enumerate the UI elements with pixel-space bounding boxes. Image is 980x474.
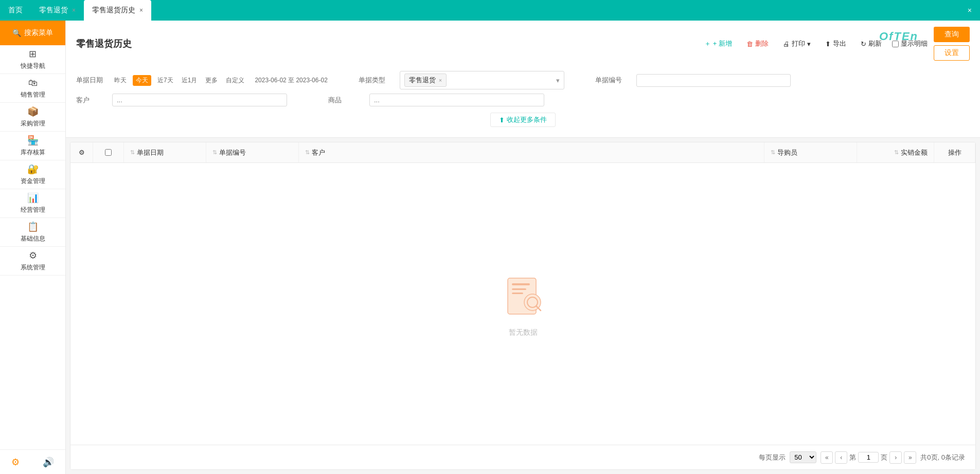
tab-retail-return-close[interactable]: ×	[72, 7, 76, 14]
date-yesterday[interactable]: 昨天	[112, 75, 129, 86]
sidebar: 🔍 搜索菜单 ⊞ 快捷导航 🛍 销售管理 📦 采购管理 🏪 库存核算 🔐 资金管…	[0, 21, 66, 474]
sidebar-item-system-mgmt[interactable]: ⚙ 系统管理	[0, 247, 65, 276]
query-button[interactable]: 查询	[934, 27, 970, 42]
type-tag: 零售退货 ×	[404, 74, 447, 87]
export-button[interactable]: ⬆ 导出	[821, 37, 850, 50]
tab-retail-return-history[interactable]: 零售退货历史 ×	[84, 0, 151, 21]
tab-retail-return-history-label: 零售退货历史	[92, 6, 135, 15]
purchase-icon: 📦	[27, 106, 39, 117]
first-page-btn[interactable]: «	[821, 451, 833, 464]
th-customer-label: 客户	[312, 148, 325, 157]
print-label: 打印	[792, 39, 805, 48]
svg-rect-1	[512, 283, 530, 285]
number-filter-input[interactable]	[636, 74, 791, 87]
th-checkbox[interactable]	[93, 142, 124, 162]
show-detail-label: 显示明细	[901, 39, 928, 48]
sidebar-item-quick-nav[interactable]: ⊞ 快捷导航	[0, 45, 65, 74]
svg-rect-2	[512, 288, 526, 290]
operation-icon: 📊	[27, 192, 39, 204]
collapse-button[interactable]: ⬆ 收起更多条件	[490, 113, 556, 127]
type-tag-value: 零售退货	[409, 76, 436, 85]
sidebar-item-sales-label: 销售管理	[21, 90, 45, 99]
sidebar-item-inventory[interactable]: 🏪 库存核算	[0, 132, 65, 160]
sidebar-search[interactable]: 🔍 搜索菜单	[0, 21, 65, 45]
sidebar-search-label: 搜索菜单	[24, 28, 53, 38]
setting-button[interactable]: 设置	[934, 45, 970, 61]
export-icon: ⬆	[825, 40, 831, 48]
sidebar-item-quick-nav-label: 快捷导航	[21, 62, 45, 70]
svg-rect-3	[512, 293, 523, 294]
type-tag-close[interactable]: ×	[439, 77, 442, 83]
type-filter-label: 单据类型	[359, 76, 395, 85]
th-number-sort-icon: ⇅	[212, 149, 217, 156]
page-input[interactable]	[858, 452, 879, 463]
sidebar-volume-icon[interactable]: 🔊	[43, 457, 54, 468]
date-filters: 昨天 今天 近7天 近1月 更多 自定义 2023-06-02 至 2023-0…	[112, 75, 328, 86]
th-guide-sort-icon: ⇅	[771, 149, 775, 156]
th-date[interactable]: ⇅ 单据日期	[124, 142, 206, 162]
type-dropdown[interactable]: 零售退货 × ▾	[400, 71, 564, 89]
sidebar-item-basic-info[interactable]: 📋 基础信息	[0, 218, 65, 247]
sidebar-settings-icon[interactable]: ⚙	[11, 457, 20, 468]
select-all-checkbox[interactable]	[105, 149, 112, 156]
show-detail-checkbox[interactable]: 显示明细	[892, 39, 928, 48]
tab-retail-return[interactable]: 零售退货 ×	[31, 0, 84, 21]
page-header: 零售退货历史 ＋ + 新增 🗑 删除 🖨 打印 ▾	[66, 21, 980, 138]
print-chevron: ▾	[807, 40, 811, 48]
date-1month[interactable]: 近1月	[180, 75, 200, 86]
add-button[interactable]: ＋ + 新增	[700, 37, 736, 50]
prev-page-btn[interactable]: ‹	[835, 451, 847, 464]
show-detail-input[interactable]	[892, 41, 899, 47]
th-setting[interactable]: ⚙	[70, 142, 93, 162]
sidebar-item-inventory-label: 库存核算	[21, 148, 45, 157]
tab-retail-return-label: 零售退货	[39, 6, 68, 15]
tab-home[interactable]: 首页	[0, 0, 31, 21]
print-button[interactable]: 🖨 打印 ▾	[779, 37, 815, 50]
date-7days[interactable]: 近7天	[155, 75, 175, 86]
th-amount-sort-icon: ⇅	[894, 149, 899, 156]
refresh-label: 刷新	[868, 39, 882, 48]
sidebar-item-purchase-label: 采购管理	[21, 119, 45, 128]
table-container: ⚙ ⇅ 单据日期 ⇅ 单据编号 ⇅ 客户 ⇅ 导购员	[70, 142, 976, 470]
quick-nav-icon: ⊞	[29, 48, 37, 60]
sidebar-item-operation[interactable]: 📊 经营管理	[0, 189, 65, 218]
th-number[interactable]: ⇅ 单据编号	[206, 142, 299, 162]
th-action-label: 操作	[948, 148, 961, 157]
next-page-btn[interactable]: ›	[889, 451, 902, 464]
add-icon: ＋	[704, 39, 711, 48]
date-custom[interactable]: 自定义	[224, 75, 246, 86]
th-guide[interactable]: ⇅ 导购员	[764, 142, 857, 162]
tab-retail-return-history-close[interactable]: ×	[139, 7, 143, 14]
customer-filter-label: 客户	[76, 96, 112, 105]
table-header: ⚙ ⇅ 单据日期 ⇅ 单据编号 ⇅ 客户 ⇅ 导购员	[70, 142, 975, 163]
page-title: 零售退货历史	[76, 38, 132, 50]
last-page-btn[interactable]: »	[904, 451, 916, 464]
window-close-btn[interactable]: ×	[968, 6, 980, 14]
goods-filter-input[interactable]	[369, 94, 544, 106]
export-label: 导出	[833, 39, 846, 48]
collapse-icon: ⬆	[499, 116, 505, 124]
sales-icon: 🛍	[28, 78, 38, 88]
date-filter-label: 单据日期	[76, 76, 112, 85]
sidebar-item-basic-info-label: 基础信息	[21, 234, 45, 243]
date-more[interactable]: 更多	[203, 75, 220, 86]
sidebar-item-system-label: 系统管理	[21, 263, 45, 272]
finance-icon: 🔐	[27, 163, 39, 175]
per-page-select[interactable]: 50 10 20 100	[790, 451, 816, 463]
refresh-button[interactable]: ↻ 刷新	[857, 37, 886, 50]
number-filter-label: 单据编号	[595, 76, 631, 85]
th-customer[interactable]: ⇅ 客户	[299, 142, 764, 162]
pagination-total: 共0页, 0条记录	[920, 453, 965, 462]
th-amount[interactable]: ⇅ 实销金额	[857, 142, 934, 162]
customer-filter-input[interactable]	[112, 94, 287, 106]
th-date-label: 单据日期	[137, 148, 164, 157]
delete-label: 删除	[755, 39, 769, 48]
sidebar-item-sales-mgmt[interactable]: 🛍 销售管理	[0, 74, 65, 103]
page-suffix: 页	[881, 453, 887, 462]
search-icon: 🔍	[12, 29, 21, 37]
date-today[interactable]: 今天	[133, 75, 151, 86]
sidebar-item-purchase-mgmt[interactable]: 📦 采购管理	[0, 103, 65, 132]
delete-button[interactable]: 🗑 删除	[742, 37, 773, 50]
sidebar-item-finance[interactable]: 🔐 资金管理	[0, 160, 65, 189]
inventory-icon: 🏪	[27, 135, 39, 146]
